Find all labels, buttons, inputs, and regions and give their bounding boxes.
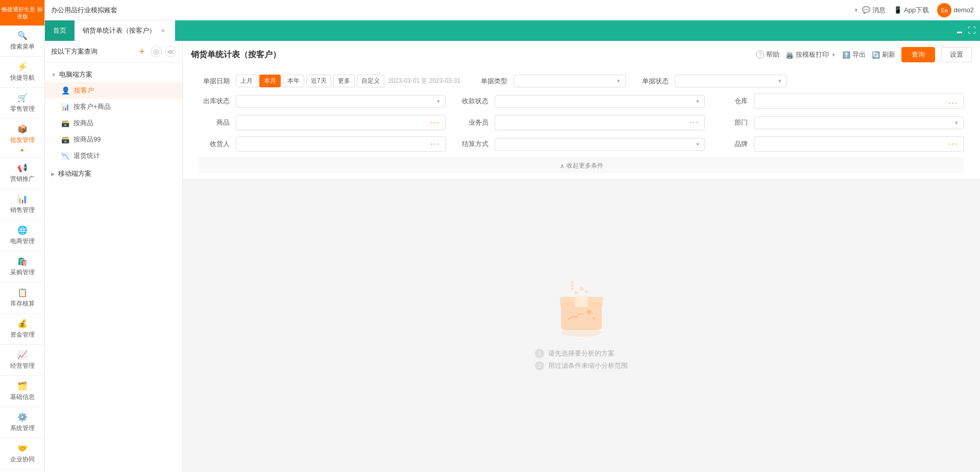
purchase-icon: 🛍️	[17, 256, 28, 266]
product99-scheme-icon: 🗃️	[61, 136, 69, 144]
refresh-label: 刷新	[882, 50, 895, 59]
sidebar-item-purchase[interactable]: 🛍️ 采购管理	[0, 251, 44, 282]
chevron-down-icon: ▾	[617, 78, 620, 84]
sidebar: 畅捷通好生意 标准版 🔍 搜索菜单 ⚡ 快捷导航 🛒 零售管理 📦 批发管理 ▲…	[0, 0, 45, 472]
topbar-dropdown-icon[interactable]: ▾	[854, 6, 858, 14]
sidebar-item-label: 快捷导航	[10, 74, 35, 82]
tab-minimize-icon[interactable]: 🗕	[955, 26, 964, 35]
content-area: 按以下方案查询 + ◎ ≪ ▼ 电脑端方案 👤 按客户	[45, 41, 980, 472]
sidebar-item-label: 资金管理	[10, 331, 35, 339]
scheme-return-stats[interactable]: 📉 退货统计	[45, 148, 182, 164]
svg-point-6	[575, 291, 578, 294]
topbar: 办公用品行业模拟账套 ▾ 💬 消息 📱 App下载 Ea demo2	[45, 0, 980, 20]
sidebar-item-system[interactable]: ⚙️ 系统管理	[0, 407, 44, 438]
sidebar-item-wholesale[interactable]: 📦 批发管理 ▲	[0, 119, 44, 158]
custom-btn[interactable]: 自定义	[357, 75, 384, 87]
sidebar-item-search[interactable]: 🔍 搜索菜单	[0, 26, 44, 57]
chevron-down-icon3: ▾	[437, 98, 440, 105]
main-area: 办公用品行业模拟账套 ▾ 💬 消息 📱 App下载 Ea demo2 首页	[45, 0, 980, 472]
export-button[interactable]: ⬆️ 导出	[842, 50, 866, 59]
scheme-customer-product[interactable]: 📊 按客户+商品	[45, 99, 182, 115]
sidebar-item-label: 基础信息	[10, 393, 35, 402]
app-download-button[interactable]: 📱 App下载	[894, 6, 929, 15]
add-scheme-button[interactable]: +	[136, 46, 148, 57]
chevron-down-icon2: ▾	[778, 78, 781, 84]
dept-select[interactable]: ▾	[754, 116, 964, 129]
tab-close-icon[interactable]: ✕	[159, 27, 167, 35]
empty-illustration	[551, 281, 612, 343]
chevron-down-icon5: ▾	[955, 120, 958, 126]
hint-text-2: 用过滤条件来缩小分析范围	[548, 361, 628, 370]
tab-home[interactable]: 首页	[45, 20, 75, 41]
payment-method-select[interactable]: ▾	[495, 138, 704, 151]
scheme-by-customer[interactable]: 👤 按客户	[45, 82, 182, 99]
filter-row-3: 商品 ··· 业务员 ··· 部门 ▾	[199, 115, 964, 130]
sidebar-item-label: 销售管理	[10, 206, 35, 215]
set-button[interactable]: 设置	[941, 47, 972, 62]
sidebar-item-finance[interactable]: 💰 资金管理	[0, 314, 44, 345]
sales-icon: 📊	[17, 194, 28, 204]
user-name: demo2	[953, 6, 974, 14]
sidebar-item-label: 电商管理	[10, 237, 35, 246]
sidebar-item-retail[interactable]: 🛒 零售管理	[0, 88, 44, 119]
tab-report[interactable]: 销货单统计表（按客户） ✕	[75, 20, 175, 41]
chevron-down-icon4: ▾	[696, 98, 699, 105]
help-icon: ?	[756, 51, 764, 59]
scheme-by-product99[interactable]: 🗃️ 按商品99	[45, 131, 182, 148]
sidebar-item-label: 库存核算	[10, 299, 35, 308]
receiver-input[interactable]: ···	[236, 136, 446, 152]
warehouse-input[interactable]: ...	[754, 93, 964, 109]
right-panel: 销货单统计表（按客户） ? 帮助 🖨️ 按模板打印 ▼ ⬆️	[183, 41, 980, 472]
payment-method-label: 结算方式	[458, 139, 488, 149]
collapse-more-button[interactable]: ∧ 收起更多条件	[199, 158, 964, 173]
sidebar-item-operation[interactable]: 📈 经营管理	[0, 345, 44, 376]
last7days-btn[interactable]: 近7天	[306, 75, 331, 87]
sidebar-item-basic[interactable]: 🗂️ 基础信息	[0, 376, 44, 407]
out-status-select[interactable]: ▾	[236, 95, 446, 108]
left-panel-header: 按以下方案查询 + ◎ ≪	[45, 41, 182, 63]
brand-input[interactable]: ···	[754, 136, 964, 152]
sidebar-item-label: 零售管理	[10, 105, 35, 113]
operation-icon: 📈	[17, 350, 28, 360]
expand-arrow: ▲	[20, 147, 25, 152]
sidebar-item-inventory[interactable]: 📋 库存核算	[0, 282, 44, 314]
sidebar-item-label: 批发管理	[10, 136, 35, 145]
help-button[interactable]: ? 帮助	[756, 50, 779, 59]
sidebar-item-guide[interactable]: 🎯 新手引导	[0, 469, 44, 472]
staff-input[interactable]: ···	[495, 115, 704, 130]
tab-maximize-icon[interactable]: ⛶	[968, 26, 976, 35]
refresh-scheme-button[interactable]: ◎	[151, 46, 162, 57]
sidebar-item-sales[interactable]: 📊 销售管理	[0, 189, 44, 220]
query-button[interactable]: 查询	[901, 47, 935, 62]
message-button[interactable]: 💬 消息	[862, 6, 886, 15]
svg-point-7	[579, 287, 583, 291]
topbar-title: 办公用品行业模拟账套	[51, 6, 850, 15]
sidebar-item-shortcut[interactable]: ⚡ 快捷导航	[0, 57, 44, 88]
brand-label: 品牌	[717, 139, 748, 149]
this-year-btn[interactable]: 本年	[283, 75, 304, 87]
sidebar-item-ecommerce[interactable]: 🌐 电商管理	[0, 220, 44, 251]
collapse-panel-button[interactable]: ≪	[165, 46, 176, 57]
scheme-by-product[interactable]: 🗃️ 按商品	[45, 115, 182, 131]
more-btn[interactable]: 更多	[333, 75, 355, 87]
last-month-btn[interactable]: 上月	[236, 75, 257, 87]
app-logo: 畅捷通好生意 标准版	[0, 0, 45, 26]
panel-title: 按以下方案查询	[51, 47, 97, 56]
this-month-btn[interactable]: 本月	[259, 75, 281, 87]
avatar-text: Ea	[941, 7, 948, 13]
left-panel: 按以下方案查询 + ◎ ≪ ▼ 电脑端方案 👤 按客户	[45, 41, 183, 472]
goods-input[interactable]: ···	[236, 115, 446, 130]
svg-point-4	[586, 310, 592, 315]
finance-icon: 💰	[17, 319, 28, 328]
doc-status-select[interactable]: ▾	[675, 75, 787, 87]
payment-status-select[interactable]: ▾	[495, 95, 704, 108]
user-profile-button[interactable]: Ea demo2	[937, 3, 974, 17]
refresh-button[interactable]: 🔄 刷新	[872, 50, 895, 59]
print-button[interactable]: 🖨️ 按模板打印 ▼	[786, 50, 836, 59]
pc-group-title[interactable]: ▼ 电脑端方案	[45, 67, 182, 82]
doc-type-select[interactable]: ▾	[513, 75, 626, 87]
mobile-group-title[interactable]: ▶ 移动端方案	[45, 166, 182, 181]
sidebar-item-company[interactable]: 🤝 企业协同	[0, 438, 44, 469]
sidebar-item-marketing[interactable]: 📢 营销推广	[0, 158, 44, 189]
topbar-actions: 💬 消息 📱 App下载 Ea demo2	[862, 3, 974, 17]
